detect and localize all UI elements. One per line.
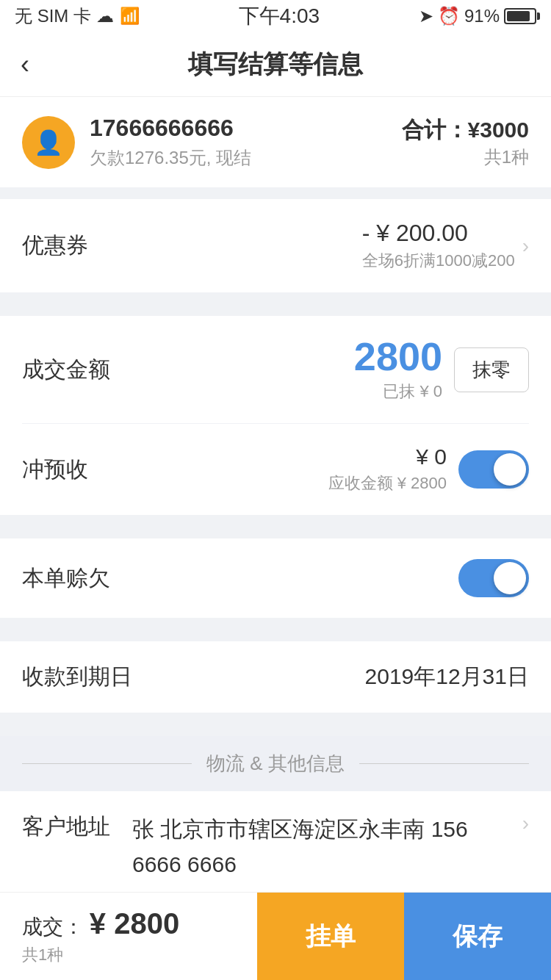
- coupon-label: 优惠券: [22, 231, 88, 261]
- wifi-icon: 📶: [120, 7, 140, 26]
- logistics-divider: 物流 & 其他信息: [0, 736, 551, 791]
- deal-amount: 2800: [354, 336, 442, 376]
- deal-sub: 已抹 ¥ 0: [354, 381, 442, 403]
- section-divider-2: [0, 527, 551, 538]
- sim-label: 无 SIM 卡 ☁: [15, 4, 114, 28]
- nav-bar: ‹ 填写结算等信息: [0, 32, 551, 97]
- section-divider-1: [0, 304, 551, 316]
- bottom-deal-amount: ¥ 2800: [90, 907, 179, 940]
- debt-toggle[interactable]: [458, 559, 529, 597]
- customer-left: 👤 17666666666 欠款1276.35元, 现结: [22, 115, 251, 170]
- coupon-row[interactable]: 优惠券 - ¥ 200.00 全场6折满1000减200 ›: [0, 199, 551, 292]
- divider-line-left: [22, 763, 192, 764]
- prepay-amount-block: ¥ 0 应收金额 ¥ 2800: [328, 444, 447, 494]
- bottom-bar: 成交： ¥ 2800 共1种 挂单 保存: [0, 892, 551, 980]
- customer-right: 合计：¥3000 共1种: [402, 115, 529, 169]
- bottom-summary: 成交： ¥ 2800 共1种: [0, 907, 257, 966]
- customer-phone: 17666666666: [90, 115, 251, 142]
- total-amount: 合计：¥3000: [402, 115, 529, 145]
- debt-toggle-knob: [494, 562, 526, 594]
- status-time: 下午4:03: [239, 2, 320, 30]
- address-label: 客户地址: [22, 812, 110, 842]
- content: 👤 17666666666 欠款1276.35元, 现结 合计：¥3000 共1…: [0, 97, 551, 980]
- section-divider-4: [0, 724, 551, 736]
- bottom-deal-line: 成交： ¥ 2800: [22, 907, 235, 941]
- deal-right: 2800 已抹 ¥ 0 抹零: [354, 336, 529, 403]
- divider-line-right: [359, 763, 529, 764]
- avatar: 👤: [22, 116, 75, 169]
- due-date-label: 收款到期日: [22, 662, 132, 692]
- prepay-sub: 应收金额 ¥ 2800: [328, 472, 447, 494]
- battery-icon: [504, 8, 536, 24]
- deal-label: 成交金额: [22, 355, 110, 385]
- customer-card: 👤 17666666666 欠款1276.35元, 现结 合计：¥3000 共1…: [0, 97, 551, 187]
- back-button[interactable]: ‹: [21, 49, 29, 80]
- prepay-right: ¥ 0 应收金额 ¥ 2800: [328, 444, 529, 494]
- battery-percent: 91%: [464, 6, 500, 26]
- coupon-discount: - ¥ 200.00: [362, 220, 468, 246]
- deal-row: 成交金额 2800 已抹 ¥ 0 抹零: [22, 316, 529, 424]
- due-date-row: 收款到期日 2019年12月31日: [22, 641, 529, 713]
- page-title: 填写结算等信息: [188, 48, 363, 82]
- debt-label: 本单赊欠: [22, 563, 110, 594]
- prepay-amount: ¥ 0: [328, 444, 447, 469]
- prepay-toggle[interactable]: [458, 450, 529, 489]
- customer-note: 欠款1276.35元, 现结: [90, 146, 251, 170]
- coupon-right: - ¥ 200.00 全场6折满1000减200 ›: [362, 220, 529, 272]
- logistics-label: 物流 & 其他信息: [206, 751, 345, 777]
- alarm-icon: ⏰: [438, 6, 460, 26]
- bottom-deal-label: 成交：: [22, 915, 84, 938]
- customer-info: 17666666666 欠款1276.35元, 现结: [90, 115, 251, 170]
- deal-section: 成交金额 2800 已抹 ¥ 0 抹零 冲预收 ¥ 0 应收金额 ¥ 2800: [0, 316, 551, 515]
- debt-section: 本单赊欠: [0, 538, 551, 618]
- debt-row: 本单赊欠: [22, 538, 529, 618]
- total-count: 共1种: [402, 145, 529, 169]
- location-icon: ➤: [419, 6, 433, 26]
- address-text: 张 北京市市辖区海淀区永丰南 156 6666 6666: [132, 812, 522, 882]
- status-left: 无 SIM 卡 ☁ 📶: [15, 4, 140, 28]
- status-right: ➤ ⏰ 91%: [419, 6, 536, 26]
- coupon-desc: 全场6折满1000减200: [362, 250, 515, 272]
- address-chevron-icon: ›: [522, 812, 529, 835]
- prepay-label: 冲预收: [22, 455, 88, 485]
- status-bar: 无 SIM 卡 ☁ 📶 下午4:03 ➤ ⏰ 91%: [0, 0, 551, 32]
- due-date-value: 2019年12月31日: [365, 662, 529, 692]
- hang-button[interactable]: 挂单: [257, 893, 404, 981]
- chevron-right-icon: ›: [522, 234, 529, 258]
- section-divider-3: [0, 630, 551, 641]
- bottom-count: 共1种: [22, 944, 235, 966]
- round-button[interactable]: 抹零: [454, 347, 529, 392]
- due-date-section: 收款到期日 2019年12月31日: [0, 641, 551, 713]
- prepay-row: 冲预收 ¥ 0 应收金额 ¥ 2800: [22, 424, 529, 515]
- save-button[interactable]: 保存: [404, 893, 551, 981]
- address-section[interactable]: 客户地址 张 北京市市辖区海淀区永丰南 156 6666 6666 ›: [0, 791, 551, 903]
- toggle-knob: [494, 453, 526, 486]
